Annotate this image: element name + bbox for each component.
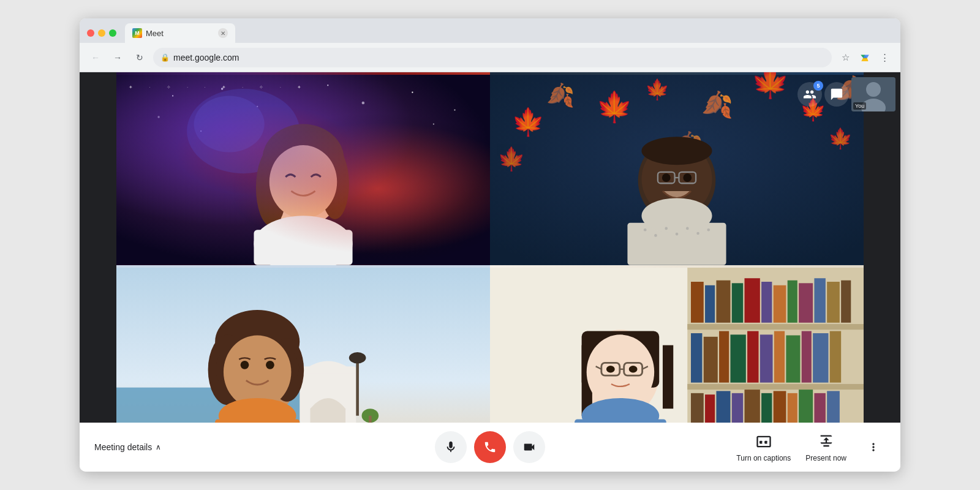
- svg-rect-102: [814, 393, 825, 423]
- address-text: meet.google.com: [173, 53, 239, 62]
- svg-rect-92: [830, 331, 841, 382]
- svg-rect-81: [841, 280, 851, 322]
- present-now-label: Present now: [805, 454, 846, 462]
- toolbar-icons: ☆ ⋮: [837, 49, 893, 66]
- right-controls: Turn on captions Present now: [736, 432, 886, 462]
- svg-rect-84: [719, 331, 729, 382]
- bookmark-button[interactable]: ☆: [837, 49, 854, 66]
- svg-rect-95: [716, 391, 730, 423]
- svg-point-35: [641, 137, 712, 165]
- camera-button[interactable]: [513, 431, 545, 463]
- svg-rect-89: [786, 335, 800, 382]
- meeting-details-button[interactable]: Meeting details ∧: [94, 442, 161, 452]
- drive-icon-button[interactable]: [856, 49, 873, 66]
- tab-bar: M Meet ✕: [80, 18, 900, 43]
- svg-text:🍂: 🍂: [546, 81, 575, 109]
- svg-point-18: [270, 145, 337, 219]
- svg-rect-99: [774, 391, 786, 423]
- svg-point-62: [241, 361, 249, 369]
- captions-label: Turn on captions: [736, 454, 791, 462]
- self-view-label: You: [853, 102, 866, 110]
- center-controls: [435, 431, 545, 463]
- present-now-button[interactable]: Present now: [805, 432, 846, 462]
- svg-point-14: [265, 141, 342, 226]
- back-button[interactable]: ←: [87, 49, 104, 66]
- svg-point-4: [257, 106, 258, 107]
- svg-rect-98: [761, 393, 772, 423]
- svg-text:🍂: 🍂: [701, 89, 733, 120]
- svg-point-49: [707, 228, 710, 232]
- svg-point-43: [644, 228, 647, 232]
- end-call-button[interactable]: [474, 431, 506, 463]
- left-black-bar: [80, 72, 116, 423]
- chevron-up-icon: ∧: [156, 443, 161, 451]
- svg-text:🍁: 🍁: [828, 127, 853, 150]
- captions-icon: [754, 432, 774, 451]
- svg-rect-80: [827, 282, 840, 323]
- svg-point-9: [157, 116, 159, 118]
- svg-rect-75: [761, 282, 772, 323]
- svg-point-40: [683, 173, 692, 182]
- reload-button[interactable]: ↻: [131, 49, 148, 66]
- meet-content: 🍁 🍂 🍁 🍁 🍂 🍁 🍁 🍂 🍁 🍁 🍂: [80, 72, 900, 423]
- captions-button[interactable]: Turn on captions: [736, 432, 791, 462]
- maximize-window-button[interactable]: [109, 29, 116, 37]
- browser-tab[interactable]: M Meet ✕: [125, 23, 235, 43]
- svg-rect-88: [774, 331, 785, 382]
- svg-text:🍁: 🍁: [751, 72, 790, 100]
- svg-point-45: [665, 227, 668, 230]
- svg-point-11: [433, 123, 434, 124]
- svg-point-46: [676, 233, 679, 236]
- svg-rect-94: [705, 394, 715, 423]
- forward-button[interactable]: →: [109, 49, 126, 66]
- svg-text:🍁: 🍁: [511, 106, 545, 138]
- svg-point-114: [606, 366, 615, 373]
- svg-point-12: [187, 89, 300, 173]
- chat-button[interactable]: [824, 82, 849, 107]
- svg-point-8: [454, 109, 455, 110]
- svg-text:🍁: 🍁: [645, 78, 670, 101]
- svg-point-115: [629, 366, 638, 373]
- tab-favicon: M: [132, 28, 142, 38]
- svg-rect-107: [663, 345, 673, 409]
- present-icon: [816, 432, 836, 451]
- participant-cell-3: [116, 265, 490, 423]
- more-options-button[interactable]: [861, 435, 886, 459]
- top-controls: 5 You: [797, 77, 895, 111]
- participants-button[interactable]: 5: [797, 82, 822, 107]
- address-input[interactable]: 🔒 meet.google.com: [153, 48, 832, 67]
- svg-point-47: [686, 227, 689, 230]
- svg-point-39: [662, 173, 671, 182]
- svg-point-48: [696, 232, 699, 235]
- svg-rect-0: [116, 75, 490, 265]
- svg-rect-74: [744, 278, 760, 323]
- lock-icon: 🔒: [160, 53, 170, 62]
- self-view[interactable]: You: [851, 77, 895, 111]
- svg-rect-96: [732, 393, 743, 423]
- svg-rect-73: [732, 283, 743, 322]
- svg-rect-1: [116, 75, 490, 265]
- svg-rect-91: [813, 333, 828, 383]
- svg-rect-79: [814, 278, 825, 323]
- tab-close-button[interactable]: ✕: [218, 28, 228, 38]
- microphone-button[interactable]: [435, 431, 467, 463]
- svg-rect-69: [687, 384, 864, 390]
- svg-point-119: [866, 82, 881, 97]
- minimize-window-button[interactable]: [98, 29, 105, 37]
- svg-rect-76: [774, 285, 786, 323]
- svg-rect-56: [369, 415, 372, 423]
- svg-rect-70: [691, 282, 704, 323]
- svg-rect-20: [254, 230, 352, 265]
- more-menu-button[interactable]: ⋮: [876, 49, 893, 66]
- svg-rect-101: [799, 390, 813, 423]
- browser-window: M Meet ✕ ← → ↻ 🔒 meet.google.com ☆ ⋮: [80, 18, 900, 472]
- participant-count-badge: 5: [813, 81, 823, 91]
- svg-point-19: [254, 216, 352, 265]
- svg-rect-77: [788, 280, 797, 322]
- svg-point-42: [641, 198, 712, 233]
- window-controls: [87, 29, 123, 43]
- close-window-button[interactable]: [87, 29, 94, 37]
- svg-rect-90: [802, 331, 812, 382]
- svg-rect-86: [747, 331, 758, 382]
- participant-cell-1: [116, 72, 490, 265]
